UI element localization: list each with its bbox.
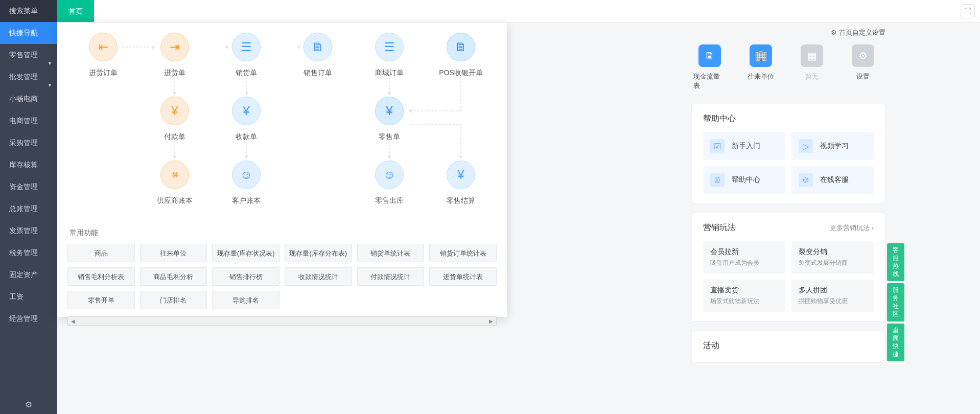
quick-icon-1[interactable]: 🏢往来单位 bbox=[744, 44, 777, 90]
common-fn-8[interactable]: 销售排行榜 bbox=[212, 267, 279, 286]
custom-settings-label: 首页自定义设置 bbox=[839, 29, 885, 36]
marketing-item-1[interactable]: 裂变分销裂变式发展分销商 bbox=[791, 241, 874, 273]
help-label: 帮助中心 bbox=[732, 175, 760, 185]
doc-icon: 🗎 bbox=[447, 33, 475, 61]
quick-icon-label: 设置 bbox=[856, 72, 870, 81]
help-item-0[interactable]: ☑新手入门 bbox=[703, 132, 785, 160]
help-title: 帮助中心 bbox=[703, 113, 874, 124]
common-fn-0[interactable]: 商品 bbox=[67, 244, 135, 262]
common-fn-12[interactable]: 零售开单 bbox=[67, 291, 135, 309]
sidebar-item-2[interactable]: 零售管理▾ bbox=[0, 44, 57, 66]
marketing-item-sub: 吸引用户成为会员 bbox=[710, 259, 778, 267]
flow-label: 收款单 bbox=[236, 132, 257, 142]
sidebar-item-12[interactable]: 固定资产 bbox=[0, 264, 57, 286]
flow-node-客户账本[interactable]: ☺客户账本 bbox=[211, 160, 282, 205]
quick-icon-label: 往来单位 bbox=[748, 72, 774, 81]
sidebar-item-11[interactable]: 税务管理 bbox=[0, 242, 57, 264]
marketing-card: 营销玩法 更多营销玩法 › 会员拉新吸引用户成为会员裂变分销裂变式发展分销商直播… bbox=[691, 213, 885, 321]
flow-node-商城订单[interactable]: ☰商城订单 bbox=[354, 33, 425, 78]
bag-yen-icon: ¥ bbox=[447, 160, 475, 189]
common-fn-11[interactable]: 进货单统计表 bbox=[429, 267, 497, 286]
sidebar-item-10[interactable]: 发票管理 bbox=[0, 220, 57, 242]
flow-node-供应商账本[interactable]: 供供应商账本 bbox=[139, 160, 211, 205]
marketing-item-title: 裂变分销 bbox=[799, 247, 867, 257]
flow-node-收款单[interactable]: ¥收款单 bbox=[211, 97, 282, 142]
quick-icon-0[interactable]: 🗎现金流量表 bbox=[693, 44, 726, 90]
yen-doc-icon: ¥ bbox=[375, 97, 404, 125]
flow-node-零售出库[interactable]: ☺零售出库 bbox=[354, 160, 425, 205]
float-tag-1[interactable]: 服务社区 bbox=[887, 283, 904, 321]
scroll-right-arrow[interactable]: ▶ bbox=[486, 318, 496, 324]
doc-in-icon: ⇤ bbox=[89, 33, 118, 61]
sidebar-item-8[interactable]: 资金管理 bbox=[0, 176, 57, 198]
scroll-left-arrow[interactable]: ◀ bbox=[68, 318, 78, 324]
sidebar-item-7[interactable]: 库存核算 bbox=[0, 154, 57, 176]
common-fn-4[interactable]: 销货单统计表 bbox=[357, 244, 425, 262]
doc-icon: 🗎 bbox=[710, 173, 725, 187]
quick-icon-3[interactable]: ⚙设置 bbox=[847, 44, 879, 90]
flow-node-零售结算[interactable]: ¥零售结算 bbox=[425, 160, 497, 205]
help-item-2[interactable]: 🗎帮助中心 bbox=[703, 166, 785, 194]
person-doc-icon: ☺ bbox=[375, 160, 404, 189]
tab-home[interactable]: 首页 bbox=[57, 0, 94, 22]
more-marketing-link[interactable]: 更多营销玩法 › bbox=[830, 223, 874, 233]
sidebar-item-5[interactable]: 电商管理 bbox=[0, 110, 57, 132]
common-fn-5[interactable]: 销货订单统计表 bbox=[429, 244, 497, 262]
common-fn-6[interactable]: 销售毛利分析表 bbox=[67, 267, 135, 286]
flow-node-POS收银开单[interactable]: 🗎POS收银开单 bbox=[425, 33, 497, 78]
flow-label: 付款单 bbox=[164, 132, 185, 142]
help-item-3[interactable]: ☺在线客服 bbox=[791, 166, 874, 194]
flow-node-付款单[interactable]: ¥付款单 bbox=[139, 97, 211, 142]
flow-node-销货单[interactable]: ☰销货单 bbox=[211, 33, 282, 78]
float-tag-2[interactable]: 桌面快捷 bbox=[887, 324, 904, 361]
marketing-item-title: 多人拼团 bbox=[799, 286, 867, 295]
common-fn-13[interactable]: 门店排名 bbox=[140, 291, 207, 309]
sidebar-item-4[interactable]: 小畅电商 bbox=[0, 88, 57, 110]
help-label: 在线客服 bbox=[820, 175, 849, 185]
sidebar-item-14[interactable]: 经营管理 bbox=[0, 308, 57, 330]
fullscreen-button[interactable]: ⛶ bbox=[961, 4, 975, 18]
settings-gear-footer[interactable]: ⚙ bbox=[0, 396, 57, 414]
common-fn-7[interactable]: 商品毛利分析 bbox=[140, 267, 207, 286]
document-icon: 🗎 bbox=[698, 44, 721, 67]
marketing-item-3[interactable]: 多人拼团拼团购物享受优惠 bbox=[791, 280, 874, 312]
flow-node-进货单[interactable]: ⇥进货单 bbox=[139, 33, 211, 78]
book-icon: ☑ bbox=[710, 139, 725, 153]
sidebar-item-0[interactable]: 搜索菜单 bbox=[0, 0, 57, 22]
marketing-title: 营销玩法 bbox=[703, 222, 736, 233]
common-fn-9[interactable]: 收款情况统计 bbox=[285, 267, 352, 286]
sidebar-item-9[interactable]: 总账管理 bbox=[0, 198, 57, 220]
marketing-item-0[interactable]: 会员拉新吸引用户成为会员 bbox=[703, 241, 785, 273]
sidebar-item-3[interactable]: 批发管理▾ bbox=[0, 66, 57, 88]
chevron-right-icon: › bbox=[872, 224, 874, 232]
common-fn-3[interactable]: 现存量(库存分布表) bbox=[285, 244, 352, 262]
quick-icon-2[interactable]: ▦暂无 bbox=[796, 44, 828, 90]
flow-node-零售单[interactable]: ¥零售单 bbox=[354, 97, 425, 142]
sidebar-item-1[interactable]: 快捷导航 bbox=[0, 22, 57, 44]
flow-node-进货订单[interactable]: ⇤进货订单 bbox=[67, 33, 139, 78]
marketing-item-sub: 裂变式发展分销商 bbox=[799, 259, 867, 267]
supplier-icon: 供 bbox=[160, 160, 189, 189]
flow-label: POS收银开单 bbox=[439, 68, 483, 78]
horizontal-scrollbar[interactable]: ◀ ▶ bbox=[67, 316, 497, 326]
common-fn-14[interactable]: 导购排名 bbox=[212, 291, 279, 309]
common-fn-2[interactable]: 现存量(库存状况表) bbox=[212, 244, 279, 262]
float-tag-0[interactable]: 客服热线 bbox=[887, 243, 904, 281]
common-fn-10[interactable]: 付款情况统计 bbox=[357, 267, 425, 286]
yen-doc-icon: ¥ bbox=[160, 97, 189, 125]
top-tab-bar: 首页 ⛶ bbox=[57, 0, 980, 22]
flow-label: 商城订单 bbox=[375, 68, 404, 78]
marketing-item-2[interactable]: 直播卖货场景式购物新玩法 bbox=[703, 280, 785, 312]
sidebar-item-6[interactable]: 采购管理 bbox=[0, 132, 57, 154]
doc-out-icon: ⇥ bbox=[160, 33, 189, 61]
help-item-1[interactable]: ▷视频学习 bbox=[791, 132, 874, 160]
flow-node-销售订单[interactable]: 🗎销售订单 bbox=[282, 33, 354, 78]
common-fn-1[interactable]: 往来单位 bbox=[140, 244, 207, 262]
flow-label: 进货单 bbox=[164, 68, 185, 78]
quick-icon-label: 暂无 bbox=[805, 72, 819, 81]
play-icon: ▷ bbox=[799, 139, 813, 153]
building-icon: 🏢 bbox=[750, 44, 772, 67]
sidebar-item-13[interactable]: 工资 bbox=[0, 286, 57, 308]
flow-label: 零售结算 bbox=[447, 196, 475, 205]
home-custom-settings[interactable]: ⚙首页自定义设置 bbox=[691, 28, 885, 37]
